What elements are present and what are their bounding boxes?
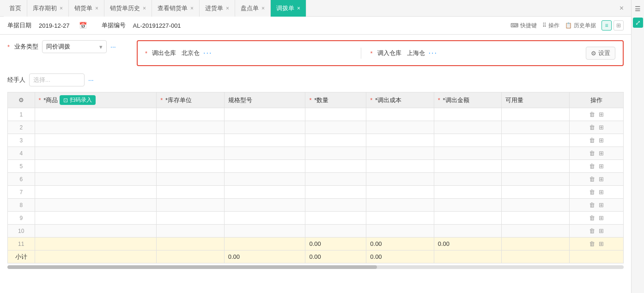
row-amount-9[interactable] <box>434 212 501 225</box>
row-cost-2[interactable] <box>366 121 434 134</box>
row-product-8[interactable] <box>35 199 157 212</box>
copy-icon-5[interactable]: ⊞ <box>599 163 604 170</box>
row-product-6[interactable] <box>35 173 157 186</box>
transfer-out-value[interactable]: 北京仓 <box>182 49 200 57</box>
tab-inventory-check-close[interactable]: × <box>261 5 265 12</box>
doc-date-value[interactable]: 2019-12-27 <box>39 22 70 29</box>
grid-view-button[interactable]: ⊞ <box>614 20 624 31</box>
row-product-2[interactable] <box>35 121 157 134</box>
col-gear[interactable]: ⚙ <box>8 92 35 108</box>
calendar-icon[interactable]: 📅 <box>79 22 87 29</box>
copy-icon-9[interactable]: ⊞ <box>599 214 604 221</box>
row-amount-6[interactable] <box>434 173 501 186</box>
row-spec-6[interactable] <box>224 173 305 186</box>
delete-icon-10[interactable]: 🗑 <box>589 227 595 234</box>
copy-icon-11[interactable]: ⊞ <box>599 240 604 247</box>
copy-icon-4[interactable]: ⊞ <box>599 150 604 157</box>
row-cost-7[interactable] <box>366 186 434 199</box>
row-unit-6[interactable] <box>157 173 224 186</box>
tab-inventory-init-close[interactable]: × <box>60 5 63 12</box>
operation-button[interactable]: ⠿ 操作 <box>542 22 559 30</box>
row-quantity-3[interactable] <box>305 134 366 147</box>
row-cost-10[interactable] <box>366 225 434 238</box>
row-quantity-8[interactable] <box>305 199 366 212</box>
tab-view-sales-close[interactable]: × <box>190 5 194 12</box>
copy-icon-7[interactable]: ⊞ <box>599 189 604 195</box>
row-cost-11[interactable]: 0.00 <box>366 238 434 250</box>
delete-icon-8[interactable]: 🗑 <box>589 201 595 208</box>
row-product-10[interactable] <box>35 225 157 238</box>
row-product-1[interactable] <box>35 108 157 121</box>
row-quantity-7[interactable] <box>305 186 366 199</box>
row-quantity-4[interactable] <box>305 147 366 160</box>
row-product-7[interactable] <box>35 186 157 199</box>
row-unit-9[interactable] <box>157 212 224 225</box>
delete-icon-5[interactable]: 🗑 <box>589 163 595 170</box>
row-unit-4[interactable] <box>157 147 224 160</box>
transfer-in-ellipsis[interactable]: ··· <box>429 49 437 57</box>
tab-sales-history-close[interactable]: × <box>143 5 146 12</box>
handler-select[interactable]: 选择... <box>29 73 85 86</box>
row-spec-2[interactable] <box>224 121 305 134</box>
row-spec-11[interactable] <box>224 238 305 250</box>
row-unit-7[interactable] <box>157 186 224 199</box>
shortcut-button[interactable]: ⌨ 快捷键 <box>510 22 537 30</box>
settings-button[interactable]: ⚙ 设置 <box>586 47 615 60</box>
business-type-select[interactable]: 同价调拨 ▾ <box>42 40 107 53</box>
row-cost-9[interactable] <box>366 212 434 225</box>
row-quantity-10[interactable] <box>305 225 366 238</box>
row-quantity-6[interactable] <box>305 173 366 186</box>
transfer-in-value[interactable]: 上海仓 <box>407 49 425 57</box>
row-spec-1[interactable] <box>224 108 305 121</box>
tab-sales-history[interactable]: 销货单历史 × <box>104 0 152 17</box>
row-cost-3[interactable] <box>366 134 434 147</box>
row-product-5[interactable] <box>35 160 157 173</box>
row-quantity-9[interactable] <box>305 212 366 225</box>
row-spec-5[interactable] <box>224 160 305 173</box>
horizontal-scrollbar-thumb[interactable] <box>7 265 377 269</box>
tab-inventory-check[interactable]: 盘点单 × <box>235 0 271 17</box>
row-unit-3[interactable] <box>157 134 224 147</box>
tab-sales-order[interactable]: 销货单 × <box>69 0 104 17</box>
row-unit-11[interactable] <box>157 238 224 250</box>
table-gear-icon[interactable]: ⚙ <box>18 97 24 104</box>
row-quantity-5[interactable] <box>305 160 366 173</box>
tab-purchase-order-close[interactable]: × <box>226 5 229 12</box>
row-spec-7[interactable] <box>224 186 305 199</box>
row-cost-8[interactable] <box>366 199 434 212</box>
row-product-3[interactable] <box>35 134 157 147</box>
row-unit-2[interactable] <box>157 121 224 134</box>
history-button[interactable]: 📋 历史单据 <box>565 22 596 30</box>
row-quantity-11[interactable]: 0.00 <box>305 238 366 250</box>
row-product-4[interactable] <box>35 147 157 160</box>
copy-icon-3[interactable]: ⊞ <box>599 137 604 144</box>
row-cost-1[interactable] <box>366 108 434 121</box>
delete-icon-3[interactable]: 🗑 <box>589 137 595 144</box>
row-cost-5[interactable] <box>366 160 434 173</box>
row-spec-8[interactable] <box>224 199 305 212</box>
copy-icon-10[interactable]: ⊞ <box>599 227 604 234</box>
row-amount-2[interactable] <box>434 121 501 134</box>
row-cost-4[interactable] <box>366 147 434 160</box>
row-amount-10[interactable] <box>434 225 501 238</box>
row-spec-9[interactable] <box>224 212 305 225</box>
row-unit-10[interactable] <box>157 225 224 238</box>
tab-purchase-order[interactable]: 进货单 × <box>200 0 235 17</box>
row-cost-6[interactable] <box>366 173 434 186</box>
horizontal-scrollbar[interactable] <box>7 265 624 269</box>
tab-sales-order-close[interactable]: × <box>95 5 98 12</box>
handler-ellipsis[interactable]: ··· <box>88 76 94 84</box>
delete-icon-11[interactable]: 🗑 <box>589 240 595 247</box>
delete-icon-1[interactable]: 🗑 <box>589 111 595 118</box>
row-spec-3[interactable] <box>224 134 305 147</box>
row-amount-1[interactable] <box>434 108 501 121</box>
row-quantity-2[interactable] <box>305 121 366 134</box>
row-amount-11[interactable]: 0.00 <box>434 238 501 250</box>
row-spec-4[interactable] <box>224 147 305 160</box>
business-type-ellipsis[interactable]: ··· <box>110 43 116 50</box>
row-amount-7[interactable] <box>434 186 501 199</box>
row-amount-5[interactable] <box>434 160 501 173</box>
scan-button[interactable]: ⊡ 扫码录入 <box>60 95 96 105</box>
row-unit-5[interactable] <box>157 160 224 173</box>
row-spec-10[interactable] <box>224 225 305 238</box>
